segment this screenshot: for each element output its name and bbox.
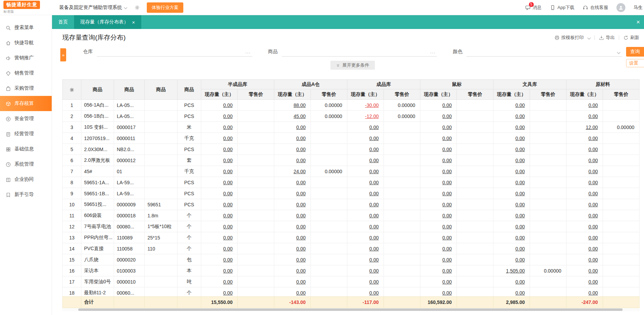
qty-drilldown-link[interactable]: 0.00 xyxy=(515,114,525,119)
chevron-down-icon[interactable] xyxy=(617,51,621,54)
qty-drilldown-link[interactable]: 0.00 xyxy=(442,102,452,108)
table-row[interactable]: 16采访本0100003本0.000.000.000.001,505.000.0… xyxy=(63,265,640,276)
col-header-qty[interactable]: 现存量（主） xyxy=(566,89,603,100)
qty-drilldown-link[interactable]: 0.00 xyxy=(442,191,452,196)
messages-button[interactable]: 5 消息 xyxy=(525,4,542,11)
qty-drilldown-link[interactable]: 0.00 xyxy=(223,257,233,263)
qty-drilldown-link[interactable]: 0.00 xyxy=(589,114,598,119)
qty-drilldown-link[interactable]: 0.00 xyxy=(296,246,306,252)
qty-drilldown-link[interactable]: 0.00 xyxy=(589,279,598,285)
table-row[interactable]: 412070519...0000011千克0.000.000.000.000.0… xyxy=(63,133,640,144)
qty-drilldown-link[interactable]: 0.00 xyxy=(515,191,525,196)
qty-drilldown-link[interactable]: 0.00 xyxy=(223,246,233,252)
qty-drilldown-link[interactable]: 0.00 xyxy=(223,147,233,152)
table-row[interactable]: 14PVC直接110058110个0.000.000.000.000.000.0… xyxy=(63,243,640,254)
sidebar-item-enterprise-collab[interactable]: 企业协同 xyxy=(0,172,52,187)
qty-drilldown-link[interactable]: 0.00 xyxy=(369,268,379,274)
qty-drilldown-link[interactable]: 88.00 xyxy=(294,102,306,108)
qty-drilldown-link[interactable]: 0.00 xyxy=(515,180,525,185)
qty-drilldown-link[interactable]: 0.00 xyxy=(442,180,452,185)
qty-drilldown-link[interactable]: 0.00 xyxy=(589,102,598,108)
col-header-product[interactable]: 商品 xyxy=(145,80,177,100)
qty-drilldown-link[interactable]: 0.00 xyxy=(369,125,379,130)
tab-inventory-distribution[interactable]: 现存量（库存分布表）× xyxy=(74,15,141,29)
sidebar-item-base-info[interactable]: 基础信息 xyxy=(0,141,52,157)
col-header-price[interactable]: 零售价 xyxy=(457,89,493,100)
more-options-icon[interactable]: ··· xyxy=(430,50,436,55)
qty-drilldown-link[interactable]: 1,505.00 xyxy=(506,268,525,274)
qty-drilldown-link[interactable]: 0.00 xyxy=(296,136,306,141)
qty-drilldown-link[interactable]: 0.00 xyxy=(515,169,525,174)
col-header-product[interactable]: 商品 xyxy=(81,80,114,100)
col-header-price[interactable]: 零售价 xyxy=(384,89,420,100)
qty-drilldown-link[interactable]: 0.00 xyxy=(223,114,233,119)
qty-drilldown-link[interactable]: 0.00 xyxy=(369,279,379,285)
qty-drilldown-link[interactable]: 0.00 xyxy=(223,125,233,130)
qty-drilldown-link[interactable]: 0.00 xyxy=(296,290,306,296)
qty-drilldown-link[interactable]: 45.00 xyxy=(294,114,306,119)
table-row[interactable]: 859651-1A...LA-59...PCS0.000.000.000.000… xyxy=(63,177,640,188)
qty-drilldown-link[interactable]: 0.00 xyxy=(369,158,379,163)
sidebar-item-sales-mgmt[interactable]: 销售管理 xyxy=(0,66,52,81)
qty-drilldown-link[interactable]: 0.00 xyxy=(223,235,233,240)
sidebar-item-operations-mgmt[interactable]: 经营管理 xyxy=(0,126,52,141)
qty-drilldown-link[interactable]: 0.00 xyxy=(296,279,306,285)
online-service-button[interactable]: 在线客服 xyxy=(583,4,608,11)
qty-drilldown-link[interactable]: 0.00 xyxy=(515,235,525,240)
qty-drilldown-link[interactable]: 0.00 xyxy=(442,257,452,263)
table-row[interactable]: 18最勤811-200060...个0.000.000.000.000.000.… xyxy=(63,287,640,297)
qty-drilldown-link[interactable]: 0.00 xyxy=(515,246,525,252)
more-options-icon[interactable]: ··· xyxy=(245,50,251,55)
username[interactable]: 马生 xyxy=(634,4,643,11)
qty-drilldown-link[interactable]: 0.00 xyxy=(515,257,525,263)
qty-drilldown-link[interactable]: 0.00 xyxy=(442,202,452,207)
table-row[interactable]: 13PPR内丝弯...11008925*15个0.000.000.000.000… xyxy=(63,232,640,243)
qty-drilldown-link[interactable]: 0.00 xyxy=(442,125,452,130)
qty-drilldown-link[interactable]: 0.00 xyxy=(442,279,452,285)
qty-drilldown-link[interactable]: 0.00 xyxy=(296,180,306,185)
qty-drilldown-link[interactable]: 0.00 xyxy=(515,147,525,152)
qty-drilldown-link[interactable]: 0.00 xyxy=(589,213,598,218)
qty-drilldown-link[interactable]: 0.00 xyxy=(515,224,525,229)
qty-drilldown-link[interactable]: 0.00 xyxy=(369,235,379,240)
table-row[interactable]: 11606袋装00000181.8m个0.000.000.000.000.000… xyxy=(63,210,640,221)
qty-drilldown-link[interactable]: -12.00 xyxy=(365,114,379,119)
avatar[interactable] xyxy=(616,3,625,12)
qty-drilldown-link[interactable]: 0.00 xyxy=(223,180,233,185)
qty-drilldown-link[interactable]: 0.00 xyxy=(296,191,306,196)
app-download-button[interactable]: App下载 xyxy=(550,4,574,11)
query-button[interactable]: 查询 xyxy=(626,47,644,57)
sidebar-item-purchase-mgmt[interactable]: 采购管理 xyxy=(0,81,52,96)
col-header-qty[interactable]: 现存量（主） xyxy=(201,89,238,100)
table-row[interactable]: 745#01千克0.0024.000.000000.000.000.000.00 xyxy=(63,166,640,177)
table-row[interactable]: 15八爪烧0000020包0.000.000.000.000.000.00 xyxy=(63,254,640,265)
col-header-qty[interactable]: 现存量（主） xyxy=(347,89,384,100)
qty-drilldown-link[interactable]: 12.00 xyxy=(586,125,598,130)
sidebar-item-marketing[interactable]: 营销推广 xyxy=(0,50,52,66)
col-header-price[interactable]: 零售价 xyxy=(238,89,274,100)
system-select-dropdown[interactable]: 装备及固定资产辅助管理系统 xyxy=(59,4,127,11)
qty-drilldown-link[interactable]: 0.00 xyxy=(589,290,598,296)
col-header-price[interactable]: 零售价 xyxy=(311,89,347,100)
qty-drilldown-link[interactable]: 0.00 xyxy=(589,147,598,152)
horizontal-scrollbar[interactable] xyxy=(62,308,640,311)
qty-drilldown-link[interactable]: 0.00 xyxy=(515,290,525,296)
qty-drilldown-link[interactable]: 0.00 xyxy=(296,224,306,229)
col-header-price[interactable]: 零售价 xyxy=(530,89,566,100)
trial-plan-button[interactable]: 体验行业方案 xyxy=(147,2,183,13)
table-scroll-region[interactable]: 商品商品商品商品半成品库成品A仓成品库鼠标文具库原材料现存量（主）零售价现存量（… xyxy=(62,79,640,296)
refresh-button[interactable]: 刷新 xyxy=(623,35,639,41)
horizontal-scrollbar-thumb[interactable] xyxy=(78,308,623,311)
qty-drilldown-link[interactable]: 0.00 xyxy=(296,147,306,152)
qty-drilldown-link[interactable]: 0.00 xyxy=(442,158,452,163)
qty-drilldown-link[interactable]: 0.00 xyxy=(515,202,525,207)
table-row[interactable]: 127号南孚电池00080...1*5板*10粒个0.000.000.000.0… xyxy=(63,221,640,232)
col-header-qty[interactable]: 现存量（主） xyxy=(420,89,457,100)
qty-drilldown-link[interactable]: 0.00 xyxy=(442,136,452,141)
qty-drilldown-link[interactable]: 0.00 xyxy=(296,213,306,218)
filter-input-color[interactable] xyxy=(467,47,622,57)
col-header-product[interactable]: 商品 xyxy=(114,80,145,100)
qty-drilldown-link[interactable]: 0.00 xyxy=(442,235,452,240)
column-settings-button[interactable] xyxy=(63,80,81,100)
qty-drilldown-link[interactable]: 0.00 xyxy=(223,191,233,196)
